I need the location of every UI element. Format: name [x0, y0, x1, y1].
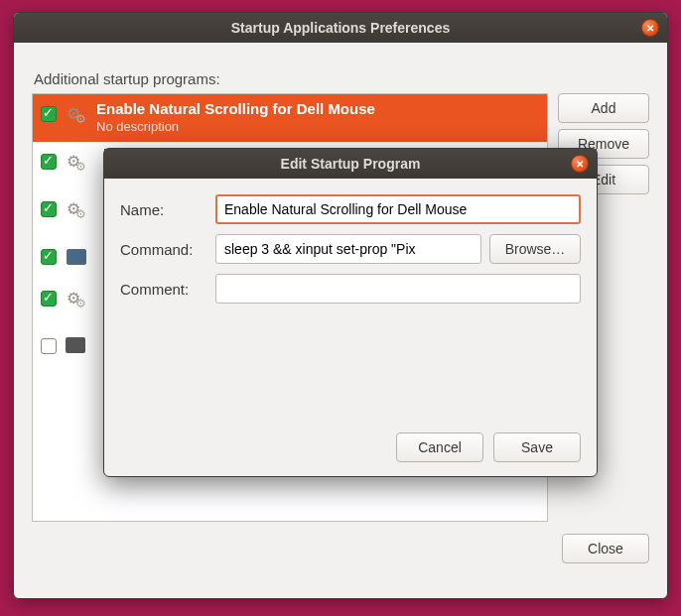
list-item-selected[interactable]: Enable Natural Scrolling for Dell Mouse …	[33, 94, 547, 142]
gears-icon	[65, 150, 88, 174]
comment-row: Comment:	[120, 274, 581, 304]
command-label: Command:	[120, 241, 207, 258]
name-label: Name:	[120, 201, 207, 218]
name-input[interactable]	[215, 194, 581, 224]
checkbox-icon[interactable]	[41, 291, 57, 307]
main-footer: Close	[32, 534, 649, 563]
checkbox-icon[interactable]	[41, 201, 57, 217]
dialog-footer: Cancel Save	[120, 432, 581, 462]
checkbox-icon[interactable]	[41, 154, 57, 170]
list-item-text: Enable Natural Scrolling for Dell Mouse …	[96, 100, 375, 135]
main-close-button[interactable]: ✕	[641, 19, 659, 37]
name-row: Name:	[120, 194, 581, 224]
graph-icon	[65, 334, 88, 358]
startup-applications-window: Startup Applications Preferences ✕ Addit…	[13, 12, 668, 599]
checkbox-icon[interactable]	[41, 249, 57, 265]
cancel-button[interactable]: Cancel	[396, 432, 483, 462]
dialog-titlebar: Edit Startup Program ✕	[104, 149, 597, 179]
dialog-close-button[interactable]: ✕	[571, 155, 589, 173]
command-input[interactable]	[215, 234, 481, 264]
dialog-body: Name: Command: Browse… Comment: Cancel S…	[104, 179, 597, 476]
command-row: Command: Browse…	[120, 234, 581, 264]
save-button[interactable]: Save	[493, 432, 581, 462]
checkbox-icon[interactable]	[41, 338, 57, 354]
main-window-title: Startup Applications Preferences	[231, 20, 450, 36]
comment-label: Comment:	[120, 281, 207, 298]
list-item-title: Enable Natural Scrolling for Dell Mouse	[96, 100, 375, 119]
add-button[interactable]: Add	[558, 93, 649, 123]
gears-icon	[65, 197, 88, 221]
browse-button[interactable]: Browse…	[489, 234, 581, 264]
gears-icon	[65, 102, 88, 126]
dialog-spacer	[120, 313, 581, 432]
edit-startup-program-dialog: Edit Startup Program ✕ Name: Command: Br…	[103, 148, 598, 477]
gears-icon	[65, 287, 88, 310]
checkbox-icon[interactable]	[41, 106, 57, 122]
dialog-title: Edit Startup Program	[281, 156, 421, 172]
monitor-icon	[65, 245, 88, 269]
section-label: Additional startup programs:	[34, 70, 649, 87]
close-icon: ✕	[646, 23, 654, 34]
main-titlebar: Startup Applications Preferences ✕	[14, 13, 667, 43]
list-item-subtitle: No description	[96, 119, 375, 135]
close-button[interactable]: Close	[562, 534, 649, 563]
close-icon: ✕	[576, 159, 584, 170]
comment-input[interactable]	[215, 274, 581, 304]
